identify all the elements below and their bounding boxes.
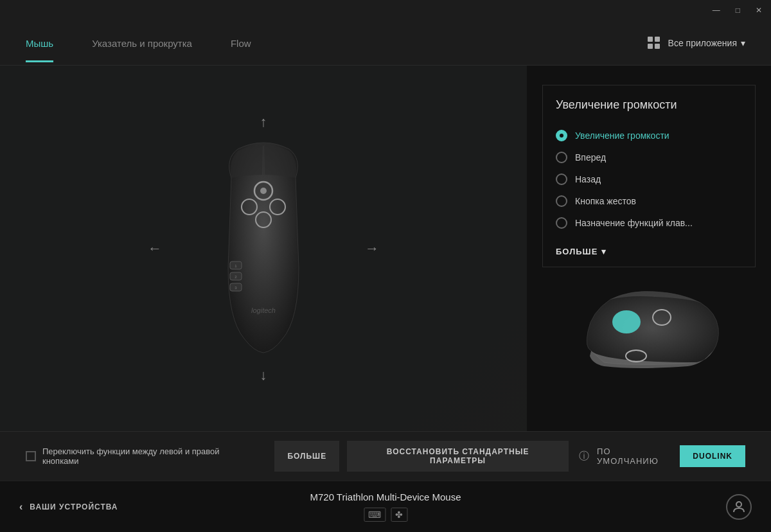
arrow-down-icon: ↓ [260, 367, 267, 384]
chevron-down-icon: ▾ [601, 247, 607, 256]
more-label: БОЛЬШЕ [556, 247, 598, 256]
svg-point-1 [260, 188, 267, 194]
checkbox-label: Переключить функции между левой и правой… [42, 447, 254, 466]
mouse-area: ↑ ↓ ← → [0, 66, 527, 431]
right-panel: Увеличение громкости Увеличение громкост… [527, 66, 771, 431]
arrow-up-icon: ↑ [260, 114, 267, 130]
list-item[interactable]: Назначение функций клав... [556, 212, 742, 234]
dropdown-title: Увеличение громкости [556, 98, 742, 112]
option-label: Назад [575, 174, 601, 184]
all-apps-button[interactable]: Все приложения ▾ [668, 38, 745, 48]
device-name: M720 Triathlon Multi-Device Mouse [310, 492, 461, 502]
top-nav: Мышь Указатель и прокрутка Flow Все прил… [0, 21, 771, 66]
arrow-right-icon: → [365, 240, 379, 257]
window-frame: — □ ✕ Мышь Указатель и прокрутка Flow Вс… [0, 0, 771, 532]
title-bar: — □ ✕ [0, 0, 771, 21]
mouse-container: ↑ ↓ ← → [167, 120, 360, 377]
option-label: Кнопка жестов [575, 196, 636, 206]
radio-unselected [556, 195, 567, 207]
close-button[interactable]: ✕ [752, 4, 766, 16]
radio-selected [556, 130, 567, 141]
chevron-down-icon: ▾ [741, 38, 745, 48]
radio-unselected [556, 217, 567, 229]
info-icon[interactable]: ⓘ [579, 450, 589, 463]
tab-pointer[interactable]: Указатель и прокрутка [92, 24, 192, 62]
all-apps-label: Все приложения [668, 38, 737, 48]
checkbox-swap-buttons[interactable] [26, 451, 36, 461]
title-bar-controls: — □ ✕ [709, 4, 766, 16]
svg-text:logitech: logitech [251, 306, 276, 314]
maximize-button[interactable]: □ [732, 4, 744, 16]
arrow-left-icon: ← [148, 240, 162, 257]
side-mouse-area [542, 287, 756, 377]
option-label: Увеличение громкости [575, 130, 669, 141]
bottom-controls-bar: Переключить функции между левой и правой… [0, 431, 771, 481]
back-to-devices-button[interactable]: ‹ ВАШИ УСТРОЙСТВА [19, 501, 118, 513]
default-label: ПО УМОЛЧАНИЮ [597, 447, 672, 466]
bluetooth-icon: ⌨ [364, 508, 386, 522]
radio-unselected [556, 152, 567, 163]
list-item[interactable]: Вперед [556, 146, 742, 168]
option-list: Увеличение громкости Вперед Назад К [556, 125, 742, 234]
tab-flow[interactable]: Flow [231, 24, 251, 62]
list-item[interactable]: Увеличение громкости [556, 125, 742, 146]
duolink-button[interactable]: DUOLINK [680, 445, 745, 467]
more-button[interactable]: БОЛЬШЕ [274, 441, 339, 472]
svg-point-16 [736, 502, 741, 507]
mouse-diagram: ↑ ↓ ← → [167, 120, 360, 377]
user-avatar[interactable] [726, 494, 752, 520]
svg-point-13 [612, 310, 641, 333]
device-connectivity-icons: ⌨ ✤ [310, 508, 461, 522]
back-arrow-icon: ‹ [19, 501, 23, 513]
tab-mouse[interactable]: Мышь [26, 24, 53, 62]
nav-tabs: Мышь Указатель и прокрутка Flow [26, 24, 648, 62]
action-buttons: БОЛЬШЕ ВОССТАНОВИТЬ СТАНДАРТНЫЕ ПАРАМЕТР… [274, 441, 569, 472]
radio-unselected [556, 173, 567, 185]
list-item[interactable]: Назад [556, 168, 742, 190]
restore-defaults-button[interactable]: ВОССТАНОВИТЬ СТАНДАРТНЫЕ ПАРАМЕТРЫ [347, 441, 569, 472]
more-dropdown-button[interactable]: БОЛЬШЕ ▾ [556, 247, 607, 256]
device-info-center: M720 Triathlon Multi-Device Mouse ⌨ ✤ [310, 492, 461, 522]
nav-right: Все приложения ▾ [648, 37, 745, 49]
dropdown-panel: Увеличение громкости Увеличение громкост… [542, 85, 756, 267]
option-label: Назначение функций клав... [575, 218, 693, 228]
mouse-side-view [572, 287, 726, 377]
main-content: ↑ ↓ ← → [0, 66, 771, 431]
footer: ‹ ВАШИ УСТРОЙСТВА M720 Triathlon Multi-D… [0, 481, 771, 532]
unifying-icon: ✤ [391, 508, 407, 522]
right-actions: ⓘ ПО УМОЛЧАНИЮ DUOLINK [579, 445, 745, 467]
minimize-button[interactable]: — [709, 4, 724, 16]
apps-grid-icon[interactable] [648, 37, 660, 49]
list-item[interactable]: Кнопка жестов [556, 190, 742, 212]
app-window: — □ ✕ Мышь Указатель и прокрутка Flow Вс… [0, 0, 771, 532]
mouse-top-view: 1 2 3 logitech [193, 139, 334, 358]
option-label: Вперед [575, 152, 606, 163]
checkbox-container[interactable]: Переключить функции между левой и правой… [26, 447, 254, 466]
back-label: ВАШИ УСТРОЙСТВА [30, 502, 118, 511]
